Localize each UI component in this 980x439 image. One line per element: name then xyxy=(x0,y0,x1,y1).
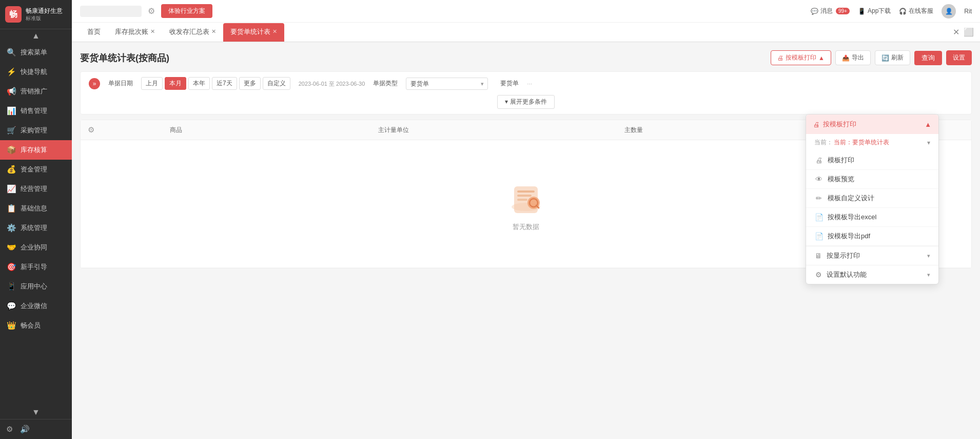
date-btn-this-month[interactable]: 本月 xyxy=(165,77,186,90)
column-settings-icon[interactable]: ⚙ xyxy=(88,125,94,134)
tab-inventory-batch[interactable]: 库存批次账 ✕ xyxy=(108,23,162,42)
sidebar-item-marketing[interactable]: 📢 营销推广 xyxy=(0,82,72,101)
sidebar-item-label: 应用中心 xyxy=(21,282,47,291)
inventory-icon: 📦 xyxy=(6,145,16,155)
template-print-icon: 🖨 xyxy=(814,156,824,164)
date-btn-last-month[interactable]: 上月 xyxy=(141,77,163,90)
tab-close-all-btn[interactable]: ✕ xyxy=(953,27,959,37)
dropdown-item-set-default[interactable]: ⚙ 设置默认功能 ▾ xyxy=(806,265,938,284)
collab-icon: 🤝 xyxy=(6,243,16,252)
sidebar-item-quick-nav[interactable]: ⚡ 快捷导航 xyxy=(0,62,72,82)
dropdown-item-display-print[interactable]: 🖥 按显示打印 ▾ xyxy=(806,246,938,265)
sidebar-scroll-down[interactable]: ▼ xyxy=(0,406,72,419)
topbar-gear-icon[interactable]: ⚙ xyxy=(148,6,155,16)
dropdown-item-template-preview[interactable]: 👁 模板预览 xyxy=(806,170,938,189)
sidebar-item-collab[interactable]: 🤝 企业协同 xyxy=(0,238,72,257)
sidebar-item-system[interactable]: ⚙️ 系统管理 xyxy=(0,218,72,238)
svg-rect-2 xyxy=(517,190,535,193)
tab-inventory-batch-close[interactable]: ✕ xyxy=(150,28,155,35)
quick-nav-icon: ⚡ xyxy=(6,67,16,77)
dropdown-item-export-pdf[interactable]: 📄 按模板导出pdf xyxy=(806,227,938,246)
export-icon: 📤 xyxy=(842,54,850,62)
sidebar-item-inventory[interactable]: 📦 库存核算 xyxy=(0,140,72,160)
logo-icon: 畅 xyxy=(5,6,22,23)
sidebar-item-wechat[interactable]: 💬 企业微信 xyxy=(0,296,72,316)
page-title: 要货单统计表(按商品) xyxy=(80,52,169,64)
tab-collection-summary-label: 收发存汇总表 xyxy=(169,27,209,36)
sidebar-item-appstore[interactable]: 📱 应用中心 xyxy=(0,277,72,296)
dropdown-item-template-design[interactable]: ✏ 模板自定义设计 xyxy=(806,189,938,208)
dropdown-current-arrow[interactable]: ▾ xyxy=(927,139,930,146)
dropdown-chevron-up-icon[interactable]: ▲ xyxy=(925,121,931,128)
date-btn-more[interactable]: 更多 xyxy=(239,77,261,90)
dropdown-header-left: 🖨 按模板打印 xyxy=(813,120,856,129)
customer-service-item[interactable]: 🎧 在线客服 xyxy=(899,7,933,15)
search-icon: 🔍 xyxy=(6,48,16,57)
export-excel-icon: 📄 xyxy=(814,213,824,221)
tab-collection-summary-close[interactable]: ✕ xyxy=(211,28,216,35)
app-download-item[interactable]: 📱 App下载 xyxy=(858,7,891,15)
date-btn-this-year[interactable]: 本年 xyxy=(188,77,210,90)
dropdown-item-template-design-label: 模板自定义设计 xyxy=(828,194,874,203)
date-btn-custom[interactable]: 自定义 xyxy=(263,77,290,90)
settings-btn[interactable]: 设置 xyxy=(946,50,972,65)
tab-home[interactable]: 首页 xyxy=(80,23,108,42)
order-type-select[interactable]: 要货单 xyxy=(406,78,488,90)
export-btn[interactable]: 📤 导出 xyxy=(835,50,871,65)
sidebar-item-sales[interactable]: 📊 销售管理 xyxy=(0,101,72,121)
tab-maximize-btn[interactable]: ⬜ xyxy=(964,27,974,37)
dropdown-current-label: 当前： xyxy=(814,138,833,147)
more-filter-placeholder: ··· xyxy=(527,80,532,87)
dropdown-item-template-preview-label: 模板预览 xyxy=(828,175,854,184)
headset-icon: 🎧 xyxy=(899,8,907,15)
dropdown-sub-default: 设置默认功能 ▾ xyxy=(827,270,930,279)
dropdown-item-template-print[interactable]: 🖨 模板打印 xyxy=(806,151,938,170)
set-default-icon: ⚙ xyxy=(814,271,822,279)
topbar-search-input[interactable] xyxy=(80,6,142,17)
topbar-left: ⚙ 体验行业方案 xyxy=(80,4,212,18)
sidebar-item-label: 系统管理 xyxy=(21,223,47,233)
finance-icon: 💰 xyxy=(6,165,16,174)
query-btn[interactable]: 查询 xyxy=(914,51,942,65)
template-preview-icon: 👁 xyxy=(814,175,824,183)
settings-bottom-icon[interactable]: ⚙ xyxy=(6,425,13,434)
dropdown-current: 当前： 当前：要货单统计表 ▾ xyxy=(806,134,938,151)
display-print-label: 按显示打印 xyxy=(827,251,860,260)
sidebar-scroll-up[interactable]: ▲ xyxy=(0,29,72,43)
sidebar-item-label: 资金管理 xyxy=(21,165,47,174)
sidebar-item-label: 采购管理 xyxy=(21,126,47,135)
sidebar-item-purchase[interactable]: 🛒 采购管理 xyxy=(0,121,72,140)
tab-order-stats-close[interactable]: ✕ xyxy=(272,28,277,35)
avatar[interactable]: 👤 xyxy=(942,4,956,18)
dropdown-header: 🖨 按模板打印 ▲ xyxy=(806,114,938,134)
date-btn-7days[interactable]: 近7天 xyxy=(212,77,237,90)
refresh-btn[interactable]: 🔄 刷新 xyxy=(875,50,910,65)
sidebar-item-label: 搜索菜单 xyxy=(21,48,47,57)
sound-icon[interactable]: 🔊 xyxy=(20,425,30,434)
tab-order-stats[interactable]: 要货单统计表 ✕ xyxy=(223,23,284,42)
sidebar-item-member[interactable]: 👑 畅会员 xyxy=(0,316,72,335)
dropdown-item-export-excel[interactable]: 📄 按模板导出excel xyxy=(806,208,938,227)
sidebar-item-search[interactable]: 🔍 搜索菜单 xyxy=(0,43,72,62)
display-print-arrow-icon: ▾ xyxy=(927,253,930,259)
filter-expand-icon[interactable]: » xyxy=(89,78,100,89)
sidebar-item-operation[interactable]: 📈 经营管理 xyxy=(0,179,72,199)
sidebar-logo: 畅 畅康通好生意 标准版 xyxy=(0,0,72,29)
member-icon: 👑 xyxy=(6,321,16,330)
empty-text: 暂无数据 xyxy=(513,222,539,232)
col-settings: ⚙ xyxy=(81,120,101,140)
export-pdf-icon: 📄 xyxy=(814,232,824,240)
set-default-label: 设置默认功能 xyxy=(827,270,867,279)
sidebar-item-basic[interactable]: 📋 基础信息 xyxy=(0,199,72,218)
tab-collection-summary[interactable]: 收发存汇总表 ✕ xyxy=(162,23,223,42)
tab-home-label: 首页 xyxy=(87,27,101,36)
trial-btn[interactable]: 体验行业方案 xyxy=(161,4,212,18)
order-category-label: 要货单 xyxy=(500,79,519,88)
tab-order-stats-label: 要货单统计表 xyxy=(230,27,270,36)
expand-more-btn[interactable]: ▾ 展开更多条件 xyxy=(497,95,554,109)
notification-item[interactable]: 💬 消息 99+ xyxy=(811,7,850,15)
sidebar-item-finance[interactable]: 💰 资金管理 xyxy=(0,160,72,179)
marketing-icon: 📢 xyxy=(6,87,16,96)
sidebar-item-guide[interactable]: 🎯 新手引导 xyxy=(0,257,72,277)
print-template-btn[interactable]: 🖨 按模板打印 ▲ xyxy=(771,50,831,65)
